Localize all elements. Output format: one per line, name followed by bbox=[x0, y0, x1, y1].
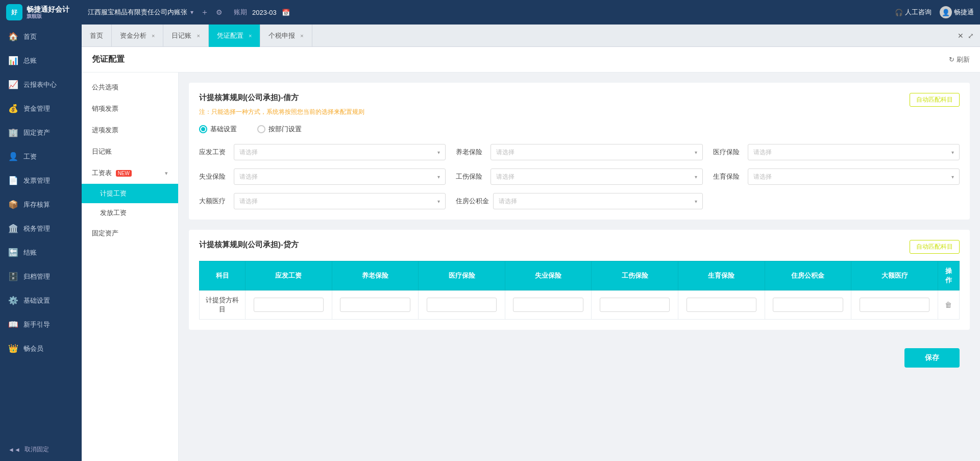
input-credit-yanglao[interactable] bbox=[340, 298, 410, 312]
sidebar-item-settings[interactable]: ⚙️ 基础设置 bbox=[0, 288, 82, 312]
company-dropdown-icon[interactable]: ▾ bbox=[190, 9, 193, 16]
subnav-sales-invoice-label: 销项发票 bbox=[92, 104, 118, 113]
subnav-accrual-payroll[interactable]: 计提工资 bbox=[82, 184, 178, 203]
td-yanglao-input-cell bbox=[332, 290, 419, 320]
input-credit-shiye[interactable] bbox=[513, 298, 583, 312]
td-gjj-input-cell bbox=[765, 290, 851, 320]
top-bar-actions: 🎧 人工咨询 👤 畅捷通 bbox=[895, 6, 974, 18]
debit-auto-match-button[interactable]: 自动匹配科目 bbox=[910, 93, 960, 107]
subnav-pay-payroll[interactable]: 发放工资 bbox=[82, 203, 178, 223]
input-credit-gongshang[interactable] bbox=[600, 298, 670, 312]
subnav-payroll-group[interactable]: 工资表 NEW ▾ bbox=[82, 162, 178, 184]
sidebar-item-vip[interactable]: 👑 畅会员 bbox=[0, 336, 82, 360]
sidebar-unpin[interactable]: ◄◄ 取消固定 bbox=[0, 438, 82, 461]
tab-tax-close[interactable]: × bbox=[300, 33, 303, 39]
tab-finance-close[interactable]: × bbox=[152, 33, 155, 39]
select-shiye[interactable]: 请选择 ▾ bbox=[234, 168, 446, 185]
sidebar-item-reports[interactable]: 📈 云报表中心 bbox=[0, 72, 82, 96]
input-credit-daae[interactable] bbox=[860, 298, 929, 312]
select-yiliao[interactable]: 请选择 ▾ bbox=[748, 144, 960, 160]
input-credit-shengyu[interactable] bbox=[687, 298, 756, 312]
td-yingfa-input-cell bbox=[246, 290, 332, 320]
credit-auto-match-button[interactable]: 自动匹配科目 bbox=[910, 240, 960, 254]
tab-close-all-icon[interactable]: ✕ bbox=[958, 32, 964, 40]
company-name[interactable]: 江西服宝精品有限责任公司内账张 ▾ ＋ ⚙ 账期 2023-03 📅 bbox=[88, 7, 895, 18]
page-header: 凭证配置 ↻ 刷新 bbox=[82, 47, 980, 72]
sidebar-item-ledger[interactable]: 📊 总账 bbox=[0, 48, 82, 72]
sidebar-item-payroll[interactable]: 👤 工资 bbox=[0, 144, 82, 168]
subnav-sales-invoice[interactable]: 销项发票 bbox=[82, 98, 178, 119]
select-daae-arrow-icon: ▾ bbox=[437, 199, 440, 204]
th-yiliao: 医疗保险 bbox=[419, 261, 505, 290]
select-yanglao-arrow-icon: ▾ bbox=[695, 150, 697, 155]
tab-journal[interactable]: 日记账 × bbox=[163, 25, 208, 47]
sidebar-item-home[interactable]: 🏠 首页 bbox=[0, 25, 82, 48]
tab-voucher-close[interactable]: × bbox=[249, 33, 252, 39]
label-shengyu: 生育保险 bbox=[713, 172, 744, 181]
tab-tax[interactable]: 个税申报 × bbox=[260, 25, 312, 47]
finance-icon: 💰 bbox=[8, 104, 18, 113]
ledger-icon: 📊 bbox=[8, 56, 18, 65]
radio-dept-circle bbox=[257, 125, 265, 133]
td-delete: 🗑 bbox=[938, 290, 959, 320]
calendar-icon[interactable]: 📅 bbox=[282, 9, 290, 16]
sidebar-item-invoices[interactable]: 📄 发票管理 bbox=[0, 168, 82, 192]
subnav-journal[interactable]: 日记账 bbox=[82, 141, 178, 162]
refresh-button[interactable]: ↻ 刷新 bbox=[949, 55, 970, 64]
avatar-icon: 👤 bbox=[940, 6, 952, 18]
top-bar: 好 畅捷通好会计 旗舰版 江西服宝精品有限责任公司内账张 ▾ ＋ ⚙ 账期 20… bbox=[0, 0, 980, 25]
th-yingfa: 应发工资 bbox=[246, 261, 332, 290]
subnav-payroll-group-label: 工资表 NEW bbox=[92, 168, 132, 178]
user-avatar[interactable]: 👤 畅捷通 bbox=[940, 6, 974, 18]
support-label[interactable]: 🎧 人工咨询 bbox=[895, 8, 932, 17]
save-btn-wrapper: 保存 bbox=[189, 340, 970, 376]
field-yingfa-gongzi: 应发工资 请选择 ▾ bbox=[199, 144, 446, 160]
delete-row-icon[interactable]: 🗑 bbox=[945, 301, 952, 309]
sidebar-item-inventory[interactable]: 📦 库存核算 bbox=[0, 192, 82, 216]
subnav-fixed-assets-label: 固定资产 bbox=[92, 229, 118, 238]
tab-expand-icon[interactable]: ⤢ bbox=[968, 32, 974, 40]
credit-header-row: 计提核算规则(公司承担)-贷方 自动匹配科目 bbox=[199, 240, 960, 255]
subnav-public-label: 公共选项 bbox=[92, 83, 118, 92]
subnav-journal-label: 日记账 bbox=[92, 147, 112, 156]
subnav-pay-label: 发放工资 bbox=[100, 209, 127, 216]
label-yingfa: 应发工资 bbox=[199, 148, 230, 157]
select-yanglao[interactable]: 请选择 ▾ bbox=[491, 144, 702, 160]
th-shengyu: 生育保险 bbox=[678, 261, 765, 290]
radio-basic[interactable]: 基础设置 bbox=[199, 125, 237, 134]
sidebar-item-finance[interactable]: 💰 资金管理 bbox=[0, 96, 82, 120]
select-gjj[interactable]: 请选择 ▾ bbox=[493, 193, 702, 209]
tab-voucher-config[interactable]: 凭证配置 × bbox=[209, 25, 260, 47]
td-shengyu-input-cell bbox=[678, 290, 765, 320]
sidebar-item-close[interactable]: 🔚 结账 bbox=[0, 240, 82, 264]
sidebar-item-tax[interactable]: 🏛️ 税务管理 bbox=[0, 216, 82, 240]
settings-icon[interactable]: ⚙ bbox=[216, 8, 223, 16]
subnav-public[interactable]: 公共选项 bbox=[82, 77, 178, 98]
radio-dept[interactable]: 按部门设置 bbox=[257, 125, 302, 134]
tab-journal-close[interactable]: × bbox=[197, 33, 200, 39]
select-gongshang[interactable]: 请选择 ▾ bbox=[491, 168, 702, 185]
tab-home[interactable]: 首页 bbox=[82, 25, 112, 47]
save-button[interactable]: 保存 bbox=[904, 348, 960, 368]
select-yingfa[interactable]: 请选择 ▾ bbox=[234, 144, 446, 160]
add-company-icon[interactable]: ＋ bbox=[201, 7, 209, 18]
sidebar-item-archive[interactable]: 🗄️ 归档管理 bbox=[0, 264, 82, 288]
headset-icon: 🎧 bbox=[895, 9, 903, 16]
subnav-purchase-invoice[interactable]: 进项发票 bbox=[82, 119, 178, 141]
sidebar-item-guide[interactable]: 📖 新手引导 bbox=[0, 312, 82, 336]
td-yiliao-input-cell bbox=[419, 290, 505, 320]
subnav-fixed-assets[interactable]: 固定资产 bbox=[82, 223, 178, 244]
tab-finance[interactable]: 资金分析 × bbox=[112, 25, 163, 47]
credit-section: 计提核算规则(公司承担)-贷方 自动匹配科目 科目 应发工资 养老保险 医疗保险… bbox=[189, 230, 970, 330]
sidebar-item-assets[interactable]: 🏢 固定资产 bbox=[0, 120, 82, 144]
input-credit-yiliao[interactable] bbox=[427, 298, 497, 312]
radio-basic-circle bbox=[199, 125, 207, 133]
input-credit-yingfa[interactable] bbox=[254, 298, 324, 312]
right-panel: 计提核算规则(公司承担)-借方 注：只能选择一种方式，系统将按照您当前的选择来配… bbox=[179, 72, 980, 461]
input-credit-gjj[interactable] bbox=[773, 298, 843, 312]
select-daae[interactable]: 请选择 ▾ bbox=[234, 193, 446, 209]
tab-bar: 首页 资金分析 × 日记账 × 凭证配置 × 个税申报 × ✕ ⤢ bbox=[82, 25, 980, 47]
sidebar-label-ledger: 总账 bbox=[23, 56, 37, 65]
label-gjj: 住房公积金 bbox=[456, 197, 489, 206]
select-shengyu[interactable]: 请选择 ▾ bbox=[748, 168, 960, 185]
